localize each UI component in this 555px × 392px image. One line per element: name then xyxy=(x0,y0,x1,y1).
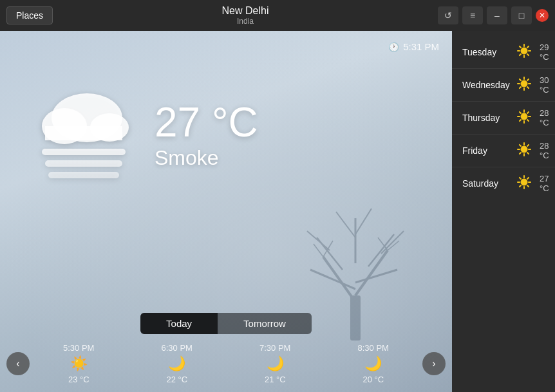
hourly-item-3: 8:30 PM 🌙 20 °C xyxy=(351,343,396,384)
weather-panel: 🕐 5:31 PM 27 °C Smoke T xyxy=(0,31,452,392)
svg-line-40 xyxy=(527,79,529,80)
hourly-temp-0: 23 °C xyxy=(68,375,89,384)
minimize-button[interactable]: – xyxy=(487,6,507,24)
places-button[interactable]: Places xyxy=(6,6,53,24)
tree-silhouette xyxy=(297,199,413,341)
hourly-icon-3: 🌙 xyxy=(364,355,382,372)
svg-line-67 xyxy=(527,177,529,178)
forecast-day-2: Thursday 28 °C xyxy=(452,101,555,134)
svg-line-10 xyxy=(336,212,355,238)
svg-point-41 xyxy=(521,113,527,120)
svg-rect-0 xyxy=(350,295,361,341)
svg-line-29 xyxy=(527,53,529,55)
hourly-item-0: 5:30 PM ☀️ 23 °C xyxy=(56,343,101,384)
hourly-temp-1: 22 °C xyxy=(166,375,187,384)
weather-info: 27 °C Smoke xyxy=(26,82,258,185)
svg-line-39 xyxy=(520,86,521,88)
svg-line-47 xyxy=(527,119,529,120)
svg-line-9 xyxy=(381,231,404,254)
hourly-time-3: 8:30 PM xyxy=(358,343,389,353)
svg-line-13 xyxy=(323,241,333,257)
forecast-day-4: Saturday 27 °C xyxy=(452,167,555,200)
weather-text: 27 °C Smoke xyxy=(155,98,258,170)
hourly-items: 5:30 PM ☀️ 23 °C 6:30 PM 🌙 22 °C 7:30 PM… xyxy=(30,343,422,384)
close-button[interactable]: ✕ xyxy=(536,9,549,22)
svg-point-23 xyxy=(521,48,527,54)
svg-rect-19 xyxy=(45,126,122,140)
refresh-button[interactable]: ↺ xyxy=(438,6,458,24)
svg-point-59 xyxy=(521,179,527,185)
main-content: 🕐 5:31 PM 27 °C Smoke T xyxy=(0,31,555,392)
hourly-icon-2: 🌙 xyxy=(267,355,284,372)
hourly-icon-0: ☀️ xyxy=(70,355,88,372)
forecast-day-1: Wednesday 30 °C xyxy=(452,68,555,101)
city-name: New Delhi xyxy=(53,5,438,17)
day-temp-4: 27 °C xyxy=(540,174,549,193)
forecast-day-3: Friday 28 °C xyxy=(452,134,555,167)
titlebar: Places New Delhi India ↺ ≡ – □ ✕ xyxy=(0,0,555,31)
svg-line-65 xyxy=(527,185,529,186)
svg-line-2 xyxy=(355,250,388,295)
time-display: 🕐 5:31 PM xyxy=(388,41,439,52)
svg-rect-20 xyxy=(42,149,126,155)
current-time: 5:31 PM xyxy=(403,41,439,52)
hourly-prev-button[interactable]: ‹ xyxy=(6,352,30,375)
svg-line-46 xyxy=(520,111,521,113)
day-temp-3: 28 °C xyxy=(540,141,549,160)
svg-point-50 xyxy=(521,146,527,153)
svg-line-48 xyxy=(520,119,521,120)
svg-line-6 xyxy=(368,234,394,266)
svg-line-28 xyxy=(520,46,521,47)
day-temp-0: 29 °C xyxy=(540,42,549,62)
hourly-item-2: 7:30 PM 🌙 21 °C xyxy=(252,343,297,384)
forecast-day-0: Tuesday 29 °C xyxy=(452,36,555,68)
day-icon-2 xyxy=(516,109,532,127)
svg-line-55 xyxy=(520,144,521,145)
day-temp-1: 30 °C xyxy=(540,75,549,95)
hourly-strip: ‹ 5:30 PM ☀️ 23 °C 6:30 PM 🌙 22 °C 7:30 … xyxy=(0,335,452,392)
day-icon-4 xyxy=(516,174,532,193)
day-icon-3 xyxy=(516,142,532,160)
day-icon-0 xyxy=(516,43,532,62)
svg-line-56 xyxy=(527,152,529,153)
day-temp-2: 28 °C xyxy=(540,108,549,127)
svg-line-64 xyxy=(520,177,521,178)
title-center: New Delhi India xyxy=(53,5,438,26)
hourly-item-1: 6:30 PM 🌙 22 °C xyxy=(155,343,200,384)
hourly-icon-1: 🌙 xyxy=(168,355,185,372)
svg-line-31 xyxy=(527,46,529,47)
hourly-temp-2: 21 °C xyxy=(265,375,286,384)
menu-button[interactable]: ≡ xyxy=(462,6,483,24)
svg-line-57 xyxy=(520,152,521,153)
svg-line-4 xyxy=(355,270,397,283)
hourly-temp-3: 20 °C xyxy=(362,375,384,384)
hourly-time-1: 6:30 PM xyxy=(162,343,193,353)
svg-point-32 xyxy=(521,80,527,87)
hourly-time-2: 7:30 PM xyxy=(259,343,290,353)
svg-line-11 xyxy=(355,209,372,234)
day-name-2: Thursday xyxy=(462,113,509,123)
forecast-sidebar: Tuesday 29 °C Wednesday xyxy=(452,31,555,392)
svg-line-49 xyxy=(527,111,529,113)
day-name-4: Saturday xyxy=(462,178,509,189)
condition: Smoke xyxy=(155,146,258,170)
svg-line-66 xyxy=(520,185,521,186)
day-name-3: Friday xyxy=(462,145,509,156)
svg-rect-21 xyxy=(45,160,122,167)
country-name: India xyxy=(53,17,438,26)
hourly-next-button[interactable]: › xyxy=(422,352,446,375)
window-controls: ↺ ≡ – □ ✕ xyxy=(438,6,549,24)
day-icon-1 xyxy=(516,76,532,95)
tab-tomorrow[interactable]: Tomorrow xyxy=(218,313,312,334)
maximize-button[interactable]: □ xyxy=(511,6,532,24)
hourly-time-0: 5:30 PM xyxy=(63,343,94,353)
day-name-0: Tuesday xyxy=(462,47,509,57)
svg-line-37 xyxy=(520,79,521,80)
svg-line-8 xyxy=(307,231,330,250)
svg-rect-22 xyxy=(48,172,119,178)
svg-line-30 xyxy=(520,53,521,55)
temperature: 27 °C xyxy=(155,98,258,146)
tab-today[interactable]: Today xyxy=(140,313,218,334)
day-name-1: Wednesday xyxy=(462,80,509,90)
svg-line-38 xyxy=(527,86,529,88)
